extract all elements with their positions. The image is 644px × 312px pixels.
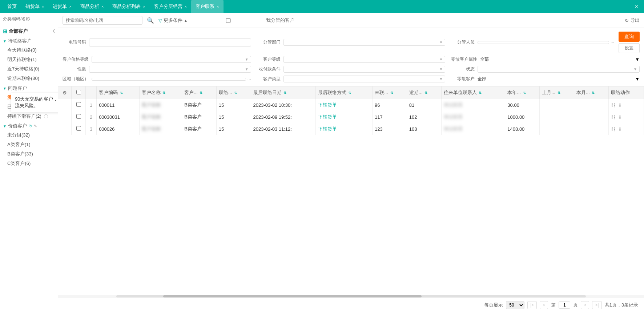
- tab-customer-tier[interactable]: 客户分层经营 ×: [150, 0, 191, 13]
- row-uncontact: 96: [373, 99, 407, 111]
- filter-dept-select[interactable]: ▼: [283, 39, 446, 46]
- more-filter-button[interactable]: ▽ 更多条件 ▲: [158, 17, 188, 24]
- close-tab-purchase[interactable]: ×: [69, 4, 71, 9]
- sidebar-item-overdue-contact[interactable]: 逾期未联络(30): [0, 74, 58, 83]
- chevron-down-icon: ▼: [245, 67, 249, 71]
- first-page-button[interactable]: |<: [527, 301, 537, 309]
- sidebar-item-week-contact[interactable]: 近7天待联络(0): [0, 64, 58, 74]
- row-overdue: 108: [407, 123, 441, 135]
- table-settings-col[interactable]: ⚙: [58, 86, 72, 99]
- filter-region-select[interactable]: [92, 78, 246, 81]
- filter-payment-select[interactable]: ▼: [283, 66, 446, 73]
- more-options-icon[interactable]: ···: [611, 40, 614, 45]
- sidebar-search-input[interactable]: [3, 16, 57, 21]
- filter-price-select[interactable]: ▼: [92, 56, 251, 63]
- close-tab-sales[interactable]: ×: [42, 4, 44, 9]
- tab-sales[interactable]: 销货单 ×: [21, 0, 48, 13]
- horizontal-scrollbar[interactable]: [58, 295, 644, 298]
- filter-level-select[interactable]: ▼: [283, 56, 446, 63]
- row-this-year: 1408.00: [505, 123, 540, 135]
- table-this-year-col[interactable]: 本年... ⇅: [505, 86, 540, 99]
- my-customer-checkbox[interactable]: 我分管的客户: [192, 17, 294, 24]
- my-customer-check[interactable]: [192, 18, 265, 23]
- pending-contact-group[interactable]: ▼ 待联络客户: [0, 36, 58, 45]
- prev-page-button[interactable]: <: [540, 301, 548, 309]
- row-checkbox[interactable]: [72, 99, 86, 111]
- close-tab-customer-tier[interactable]: ×: [185, 4, 187, 9]
- tab-goods-analysis[interactable]: 商品分析 ×: [76, 0, 108, 13]
- filter-phone-input[interactable]: [89, 39, 251, 46]
- chevron-icon: ▲: [184, 19, 188, 23]
- close-tab-goods-analysis[interactable]: ×: [101, 4, 104, 9]
- table-name-col[interactable]: 客户名称 ⇅: [139, 86, 182, 99]
- settings-button[interactable]: 设置: [619, 43, 640, 53]
- action-more-icon[interactable]: ⁞⁞: [619, 102, 621, 108]
- filter-manager-select[interactable]: [478, 41, 609, 44]
- search-button[interactable]: 🔍: [147, 17, 154, 24]
- region-dots-icon[interactable]: ···: [247, 77, 251, 82]
- sidebar-item-ungrouped[interactable]: 未分组(32): [0, 130, 58, 140]
- row-overdue: 81: [407, 99, 441, 111]
- row-last-method[interactable]: 下销货单: [315, 123, 372, 135]
- close-all-button[interactable]: ×: [632, 3, 641, 10]
- table-type-col[interactable]: 客户... ⇅: [182, 86, 217, 99]
- row-uncontact: 117: [373, 111, 407, 123]
- row-contact: 15: [216, 123, 251, 135]
- row-gear: [58, 111, 72, 123]
- filter-status-select[interactable]: ▼: [478, 66, 640, 73]
- sidebar-item-declining[interactable]: 持续下滑客户(2) ⓘ: [0, 112, 58, 121]
- tab-home[interactable]: 首页: [3, 0, 21, 13]
- tab-purchase[interactable]: 进货单 ×: [48, 0, 76, 13]
- table-last-method-col[interactable]: 最后联络方式 ⇅: [315, 86, 372, 99]
- action-more-icon[interactable]: ⁞⁞: [619, 126, 621, 132]
- close-tab-goods-list[interactable]: ×: [143, 4, 145, 9]
- sidebar: 🔍 ⊞ 全部客户 《 ▼ 待联络客户 今天待联络(0) 明天待联络(1) 近7天…: [0, 13, 58, 312]
- sidebar-item-a-class[interactable]: A类客户(1): [0, 140, 58, 149]
- per-page-label: 每页显示: [484, 302, 503, 308]
- table-last-month-col[interactable]: 上月... ⇅: [540, 86, 574, 99]
- page-label: 第: [551, 302, 556, 308]
- table-overdue-col[interactable]: 逾期... ⇅: [407, 86, 441, 99]
- action-link-icon[interactable]: ⛓: [611, 126, 616, 132]
- sort-icon: ⇅: [523, 91, 526, 95]
- action-link-icon[interactable]: ⛓: [611, 114, 616, 120]
- table-code-col[interactable]: 客户编码 ⇅: [97, 86, 139, 99]
- tab-customer-contact[interactable]: 客户联系 ×: [191, 0, 223, 13]
- search-input[interactable]: [63, 16, 142, 25]
- scrollbar-thumb[interactable]: [163, 295, 422, 297]
- close-tab-customer-contact[interactable]: ×: [217, 4, 219, 9]
- problem-customer-group[interactable]: ▼ 问题客户: [0, 83, 58, 93]
- sidebar-item-b-class[interactable]: B类客户(33): [0, 149, 58, 159]
- table-unit-contact-col[interactable]: 往来单位联系人 ⇅: [441, 86, 505, 99]
- table-last-date-col[interactable]: 最后联络日期 ⇅: [251, 86, 315, 99]
- next-page-button[interactable]: >: [581, 301, 589, 309]
- sidebar-item-today-contact[interactable]: 今天待联络(0): [0, 45, 58, 55]
- sidebar-item-c-class[interactable]: C类客户(6): [0, 159, 58, 168]
- tab-goods-list[interactable]: 商品分析列表 ×: [108, 0, 149, 13]
- edit-icon[interactable]: ✎: [34, 124, 37, 129]
- table-uncontact-col[interactable]: 未联... ⇅: [373, 86, 407, 99]
- filter-type-select[interactable]: ▼: [283, 76, 446, 82]
- page-input[interactable]: [559, 301, 570, 309]
- table-this-month-col[interactable]: 本月... ⇅: [574, 86, 608, 99]
- sidebar-item-tomorrow-contact[interactable]: 明天待联络(1): [0, 55, 58, 64]
- row-last-method[interactable]: 下销货单: [315, 99, 372, 111]
- action-more-icon[interactable]: ⁞⁞: [619, 114, 621, 120]
- action-link-icon[interactable]: ⛓: [611, 102, 616, 108]
- select-all-checkbox[interactable]: [76, 90, 81, 94]
- row-last-method[interactable]: 下销货单: [315, 111, 372, 123]
- filter-nature-select[interactable]: ▼: [89, 66, 251, 73]
- row-checkbox[interactable]: [72, 111, 86, 123]
- per-page-select[interactable]: 50 100 200: [506, 301, 524, 309]
- all-customers-header[interactable]: ⊞ 全部客户 《: [0, 25, 58, 36]
- row-code: 000026: [97, 123, 139, 135]
- value-customer-group[interactable]: ▼ 价值客户 ↻ ✎: [0, 121, 58, 130]
- row-checkbox[interactable]: [72, 123, 86, 135]
- export-button[interactable]: ↻ 导出: [625, 17, 640, 24]
- table-contact-col[interactable]: 联络... ⇅: [216, 86, 251, 99]
- row-last-month: [540, 123, 574, 135]
- query-button[interactable]: 查询: [619, 32, 640, 42]
- refresh-icon[interactable]: ↻: [29, 124, 32, 129]
- row-last-date: 2023-02-03 11:12:: [251, 123, 315, 135]
- last-page-button[interactable]: >|: [592, 301, 601, 309]
